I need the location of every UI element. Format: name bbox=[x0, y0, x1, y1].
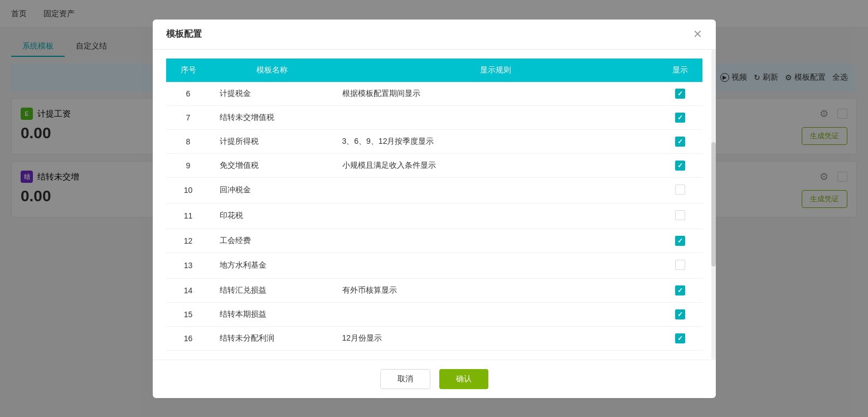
col-display: 显示 bbox=[658, 59, 702, 82]
cell-rule bbox=[333, 302, 658, 326]
table-row: 9免交增值税小规模且满足收入条件显示 bbox=[166, 153, 702, 177]
confirm-button[interactable]: 确认 bbox=[439, 369, 488, 389]
cell-rule: 3、6、9、12月按季度显示 bbox=[333, 129, 658, 153]
cell-name: 回冲税金 bbox=[211, 177, 333, 203]
cell-seq: 8 bbox=[166, 129, 211, 153]
row-checkbox[interactable] bbox=[675, 137, 685, 147]
col-name: 模板名称 bbox=[211, 59, 333, 82]
cell-checkbox[interactable] bbox=[658, 302, 702, 326]
col-seq: 序号 bbox=[166, 59, 211, 82]
modal-header: 模板配置 ✕ bbox=[153, 20, 716, 50]
modal-overlay: 模板配置 ✕ 序号 模板名称 显示规则 显示 6计提税金根据模板配置期间显示7结… bbox=[0, 0, 868, 417]
row-checkbox[interactable] bbox=[675, 113, 685, 123]
table-header-row: 序号 模板名称 显示规则 显示 bbox=[166, 59, 702, 82]
cell-checkbox[interactable] bbox=[658, 253, 702, 278]
table-row: 15结转本期损益 bbox=[166, 302, 702, 326]
cell-rule bbox=[333, 105, 658, 129]
table-row: 12工会经费 bbox=[166, 229, 702, 253]
modal-title: 模板配置 bbox=[166, 28, 202, 40]
scrollbar-thumb[interactable] bbox=[711, 142, 716, 266]
cancel-button[interactable]: 取消 bbox=[380, 369, 430, 389]
cell-name: 工会经费 bbox=[211, 229, 333, 253]
cell-seq: 6 bbox=[166, 82, 211, 106]
cell-rule bbox=[333, 229, 658, 253]
cell-name: 印花税 bbox=[211, 203, 333, 229]
cell-name: 结转本期损益 bbox=[211, 302, 333, 326]
modal-template-config: 模板配置 ✕ 序号 模板名称 显示规则 显示 6计提税金根据模板配置期间显示7结… bbox=[153, 20, 716, 398]
cell-seq: 9 bbox=[166, 153, 211, 177]
cell-rule: 根据模板配置期间显示 bbox=[333, 82, 658, 106]
cell-seq: 16 bbox=[166, 326, 211, 350]
cell-checkbox[interactable] bbox=[658, 229, 702, 253]
table-row: 7结转未交增值税 bbox=[166, 105, 702, 129]
cell-rule bbox=[333, 253, 658, 278]
row-checkbox[interactable] bbox=[675, 185, 685, 195]
modal-body: 序号 模板名称 显示规则 显示 6计提税金根据模板配置期间显示7结转未交增值税8… bbox=[153, 50, 716, 360]
cell-seq: 15 bbox=[166, 302, 211, 326]
cell-checkbox[interactable] bbox=[658, 129, 702, 153]
cell-rule: 12月份显示 bbox=[333, 326, 658, 350]
cell-seq: 10 bbox=[166, 177, 211, 203]
cell-checkbox[interactable] bbox=[658, 326, 702, 350]
cell-seq: 12 bbox=[166, 229, 211, 253]
scrollbar-track bbox=[711, 50, 716, 360]
cell-checkbox[interactable] bbox=[658, 203, 702, 229]
table-row: 13地方水利基金 bbox=[166, 253, 702, 278]
table-row: 10回冲税金 bbox=[166, 177, 702, 203]
row-checkbox[interactable] bbox=[675, 309, 685, 319]
cell-seq: 13 bbox=[166, 253, 211, 278]
row-checkbox[interactable] bbox=[675, 89, 685, 99]
cell-name: 结转未分配利润 bbox=[211, 326, 333, 350]
cell-checkbox[interactable] bbox=[658, 105, 702, 129]
row-checkbox[interactable] bbox=[675, 260, 685, 270]
row-checkbox[interactable] bbox=[675, 236, 685, 246]
cell-name: 计提所得税 bbox=[211, 129, 333, 153]
cell-seq: 11 bbox=[166, 203, 211, 229]
cell-name: 计提税金 bbox=[211, 82, 333, 106]
cell-seq: 7 bbox=[166, 105, 211, 129]
table-row: 8计提所得税3、6、9、12月按季度显示 bbox=[166, 129, 702, 153]
row-checkbox[interactable] bbox=[675, 210, 685, 220]
cell-seq: 14 bbox=[166, 278, 211, 302]
row-checkbox[interactable] bbox=[675, 285, 685, 295]
cell-checkbox[interactable] bbox=[658, 153, 702, 177]
col-rule: 显示规则 bbox=[333, 59, 658, 82]
cell-name: 结转未交增值税 bbox=[211, 105, 333, 129]
cell-rule: 小规模且满足收入条件显示 bbox=[333, 153, 658, 177]
table-row: 14结转汇兑损益有外币核算显示 bbox=[166, 278, 702, 302]
cell-name: 结转汇兑损益 bbox=[211, 278, 333, 302]
cell-rule bbox=[333, 177, 658, 203]
cell-rule bbox=[333, 203, 658, 229]
modal-close-icon[interactable]: ✕ bbox=[693, 28, 702, 40]
cell-name: 免交增值税 bbox=[211, 153, 333, 177]
table-row: 6计提税金根据模板配置期间显示 bbox=[166, 82, 702, 106]
cell-checkbox[interactable] bbox=[658, 278, 702, 302]
table-row: 16结转未分配利润12月份显示 bbox=[166, 326, 702, 350]
cell-checkbox[interactable] bbox=[658, 82, 702, 106]
modal-footer: 取消 确认 bbox=[153, 360, 716, 398]
table-row: 11印花税 bbox=[166, 203, 702, 229]
cell-name: 地方水利基金 bbox=[211, 253, 333, 278]
config-table: 序号 模板名称 显示规则 显示 6计提税金根据模板配置期间显示7结转未交增值税8… bbox=[166, 59, 702, 351]
cell-checkbox[interactable] bbox=[658, 177, 702, 203]
row-checkbox[interactable] bbox=[675, 161, 685, 171]
cell-rule: 有外币核算显示 bbox=[333, 278, 658, 302]
row-checkbox[interactable] bbox=[675, 333, 685, 343]
